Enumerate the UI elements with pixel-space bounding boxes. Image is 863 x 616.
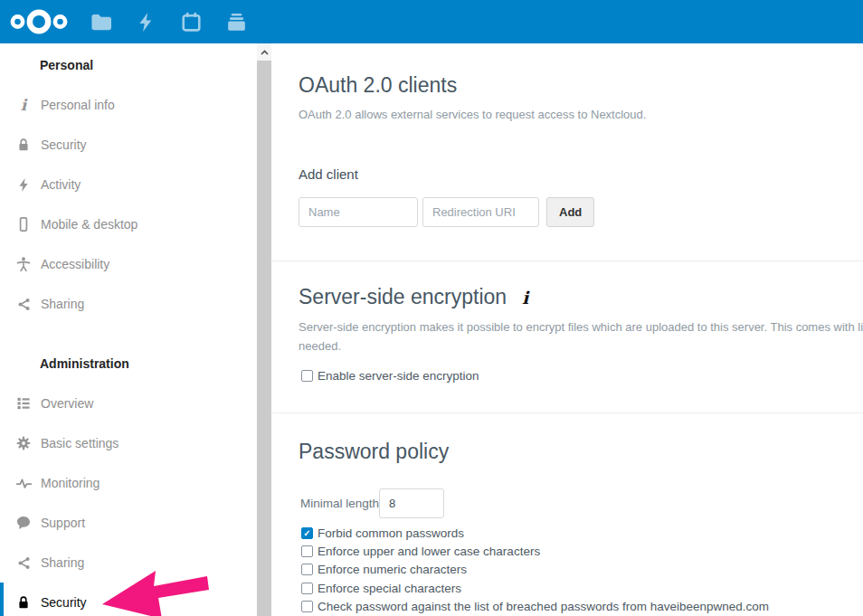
info-icon[interactable]: i — [522, 288, 528, 308]
forbid-common-passwords-checkbox[interactable]: ✓ Forbid common passwords — [301, 526, 464, 540]
sidebar-item-overview[interactable]: Overview — [0, 384, 257, 423]
pulse-icon — [14, 476, 33, 491]
encryption-description-line1: Server-side encryption makes it possible… — [299, 320, 863, 334]
activity-app-button[interactable] — [123, 0, 168, 43]
oauth-description: OAuth 2.0 allows external services to re… — [299, 108, 646, 121]
enable-encryption-checkbox[interactable]: Enable server-side encryption — [301, 369, 479, 383]
encryption-description-line2: needed. — [299, 339, 341, 353]
sidebar-item-personal-info[interactable]: i Personal info — [0, 85, 257, 125]
checkbox-icon[interactable] — [301, 583, 313, 594]
check-hibp-checkbox[interactable]: Check password against the list of breac… — [301, 600, 769, 613]
sidebar-item-support[interactable]: Support — [0, 503, 257, 543]
checkbox-icon[interactable] — [301, 601, 313, 612]
oauth-section-title: OAuth 2.0 clients — [299, 73, 457, 98]
section-divider — [272, 261, 863, 261]
checkbox-icon[interactable] — [301, 370, 313, 382]
section-divider — [272, 412, 863, 413]
share-icon — [14, 556, 33, 570]
checkbox-label: Enforce upper and lower case characters — [318, 545, 540, 558]
deck-app-button[interactable] — [213, 0, 259, 43]
sidebar-item-security-personal[interactable]: Security — [0, 125, 257, 165]
top-header — [0, 0, 863, 43]
sidebar-item-activity[interactable]: Activity — [0, 165, 257, 204]
checkbox-label: Check password against the list of breac… — [318, 600, 769, 613]
sidebar-item-label: Sharing — [41, 297, 84, 311]
lightning-icon — [137, 13, 156, 32]
enforce-case-checkbox[interactable]: Enforce upper and lower case characters — [301, 545, 540, 558]
sidebar-item-label: Mobile & desktop — [41, 217, 138, 232]
settings-sidebar: Personal i Personal info Security Activi… — [0, 43, 271, 616]
sidebar-item-label: Monitoring — [41, 476, 100, 490]
sidebar-item-label: Security — [41, 595, 87, 610]
sidebar-item-mobile-desktop[interactable]: Mobile & desktop — [0, 204, 257, 244]
minimal-length-input[interactable] — [379, 488, 444, 518]
checkbox-checked-icon[interactable]: ✓ — [301, 527, 313, 539]
share-icon — [14, 298, 33, 311]
add-client-button[interactable]: Add — [546, 197, 594, 227]
sidebar-item-label: Sharing — [41, 555, 84, 570]
sidebar-item-label: Activity — [41, 177, 81, 192]
password-policy-title: Password policy — [299, 440, 449, 464]
scrollbar-thumb[interactable] — [257, 61, 271, 616]
checkbox-label: Forbid common passwords — [318, 526, 464, 540]
archive-icon — [226, 12, 247, 33]
add-client-heading: Add client — [299, 166, 358, 182]
sidebar-scrollbar[interactable] — [257, 43, 271, 616]
checkbox-icon[interactable] — [301, 545, 313, 557]
sidebar-item-label: Overview — [41, 396, 93, 411]
scroll-up-button[interactable] — [257, 43, 271, 61]
phone-icon — [14, 217, 33, 232]
checkbox-label: Enforce special characters — [318, 582, 461, 595]
sidebar-item-label: Support — [41, 516, 85, 530]
lock-icon — [14, 137, 33, 152]
accessibility-icon — [14, 257, 33, 271]
redirection-uri-input[interactable] — [422, 197, 539, 227]
annotation-arrow — [96, 561, 215, 616]
calendar-icon — [181, 12, 202, 33]
folder-icon — [90, 12, 111, 33]
section-header-personal: Personal — [40, 52, 93, 78]
chat-icon — [14, 516, 33, 530]
list-icon — [14, 396, 33, 411]
nextcloud-settings-window: Personal i Personal info Security Activi… — [0, 0, 863, 616]
sidebar-item-monitoring[interactable]: Monitoring — [0, 463, 257, 503]
checkbox-icon[interactable] — [301, 564, 313, 575]
lightning-icon — [14, 178, 33, 192]
sidebar-item-label: Accessibility — [41, 257, 109, 271]
client-name-input[interactable] — [299, 197, 418, 227]
sidebar-item-sharing-personal[interactable]: Sharing — [0, 284, 257, 324]
checkbox-label: Enforce numeric characters — [318, 563, 467, 576]
sidebar-item-basic-settings[interactable]: Basic settings — [0, 423, 257, 463]
lock-icon — [14, 595, 33, 610]
nextcloud-logo[interactable] — [9, 5, 69, 39]
security-settings-content: OAuth 2.0 clients OAuth 2.0 allows exter… — [271, 43, 863, 616]
sidebar-item-accessibility[interactable]: Accessibility — [0, 244, 257, 284]
encryption-title-text: Server-side encryption — [299, 285, 507, 308]
calendar-app-button[interactable] — [168, 0, 213, 43]
info-icon: i — [14, 98, 33, 113]
encryption-section-title: Server-side encryptioni — [299, 285, 528, 309]
minimal-length-label: Minimal length — [300, 497, 379, 510]
section-header-administration: Administration — [40, 351, 129, 376]
chevron-up-icon — [261, 50, 269, 55]
sidebar-item-label: Basic settings — [41, 436, 119, 450]
enforce-special-checkbox[interactable]: Enforce special characters — [301, 582, 461, 595]
gear-icon — [14, 436, 33, 450]
checkbox-label: Enable server-side encryption — [318, 369, 479, 383]
sidebar-item-label: Security — [41, 137, 87, 152]
sidebar-item-label: Personal info — [41, 98, 115, 112]
enforce-numeric-checkbox[interactable]: Enforce numeric characters — [301, 563, 467, 576]
files-app-button[interactable] — [78, 0, 123, 43]
